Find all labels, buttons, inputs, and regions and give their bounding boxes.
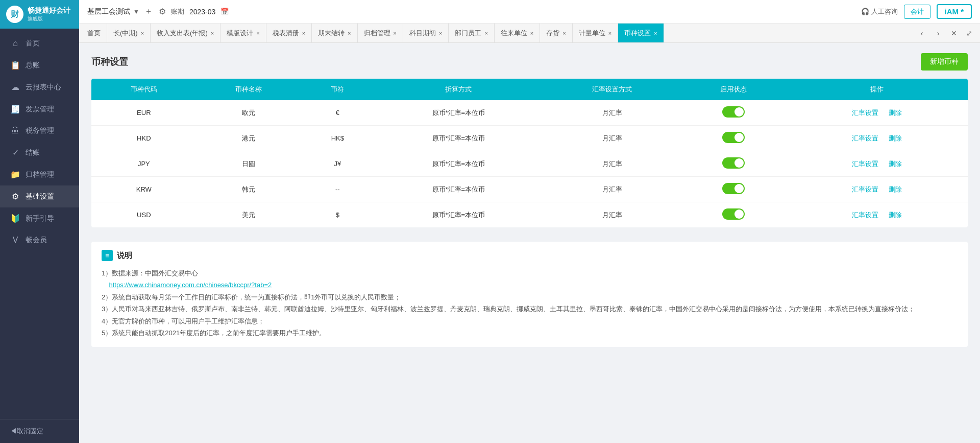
tab-currency[interactable]: 币种设置×	[618, 24, 664, 43]
notice-header: ≡ 说明	[102, 250, 958, 261]
logo-icon: 财	[6, 6, 23, 23]
sidebar-item-home[interactable]: ⌂首页	[0, 33, 79, 54]
tab-home[interactable]: 首页	[81, 24, 107, 43]
delete-link-0[interactable]: 删除	[889, 109, 902, 116]
top-bar: 基层工会测试 ▼ ＋ ⚙ 账期 2023-03 📅 🎧 人工咨询 会计 iAM …	[79, 0, 980, 24]
account-button[interactable]: 会计	[904, 5, 930, 19]
delete-link-2[interactable]: 删除	[889, 160, 902, 168]
company-selector[interactable]: 基层工会测试 ▼	[87, 7, 139, 16]
new-currency-button[interactable]: 新增币种	[921, 53, 968, 71]
tab-income[interactable]: 收入支出表(年报)×	[151, 24, 220, 43]
headset-icon: 🎧	[861, 8, 869, 15]
sidebar-item-archive[interactable]: 📁归档管理	[0, 164, 79, 185]
tab-close-customer[interactable]: ×	[530, 30, 533, 36]
delete-link-3[interactable]: 删除	[889, 185, 902, 193]
reports-icon: ☁	[10, 82, 20, 92]
cell-toggle-0[interactable]	[681, 100, 786, 126]
tab-template[interactable]: 模版设计×	[220, 24, 266, 43]
notice-item-4: 4）无官方牌价的币种，可以用用户手工维护汇率信息；	[102, 315, 958, 327]
tab-prev-btn[interactable]: ‹	[915, 26, 929, 40]
col-header-启用状态: 启用状态	[681, 79, 786, 100]
cell-toggle-1[interactable]	[681, 126, 786, 151]
sidebar-item-close[interactable]: ✓结账	[0, 142, 79, 164]
sidebar-item-invoice[interactable]: 🧾发票管理	[0, 98, 79, 120]
sidebar-toggle[interactable]: ◀取消固定	[0, 419, 79, 443]
notice-item-3: 3）人民币对马来西亚林吉特、俄罗斯卢布、南非兰特、韩元、阿联酋迪拉姆、沙特里亚尔…	[102, 303, 958, 315]
sidebar-item-member[interactable]: V畅会员	[0, 229, 79, 251]
tab-customer[interactable]: 往来单位×	[495, 24, 540, 43]
toggle-switch-0[interactable]	[722, 106, 745, 118]
cell-rate-method-4: 月汇率	[543, 202, 680, 228]
cell-rate-method-3: 月汇率	[543, 177, 680, 202]
tab-label-period: 长(中期)	[113, 29, 138, 38]
toggle-switch-2[interactable]	[722, 157, 745, 169]
window-maximize-btn[interactable]: ⤢	[963, 27, 976, 40]
iam-button[interactable]: iAM *	[937, 4, 972, 19]
tab-label-income: 收入支出表(年报)	[157, 29, 208, 38]
sidebar-item-reports[interactable]: ☁云报表中心	[0, 76, 79, 98]
chevron-down-icon: ▼	[133, 8, 139, 15]
tab-label-customer: 往来单位	[501, 29, 527, 38]
tab-close-dept[interactable]: ×	[484, 30, 487, 36]
tab-close-period_end[interactable]: ×	[348, 30, 351, 36]
delete-link-1[interactable]: 删除	[889, 134, 902, 142]
sidebar-label-tax: 税务管理	[26, 126, 54, 135]
notice-link[interactable]: https://www.chinamoney.com.cn/chinese/bk…	[109, 281, 272, 289]
rate-setting-link-1[interactable]: 汇率设置	[852, 134, 878, 142]
tab-period_end[interactable]: 期末结转×	[312, 24, 357, 43]
sidebar-item-settings[interactable]: ⚙基础设置	[0, 185, 79, 207]
logo-title: 畅捷通好会计	[28, 6, 70, 15]
delete-link-4[interactable]: 删除	[889, 211, 902, 219]
toggle-switch-1[interactable]	[722, 132, 745, 143]
tab-unit[interactable]: 计量单位×	[573, 24, 618, 43]
cell-code-3: KRW	[91, 177, 197, 202]
archive-icon: 📁	[10, 170, 20, 179]
cell-code-2: JPY	[91, 151, 197, 177]
settings-icon: ⚙	[10, 192, 20, 201]
tab-close-unit[interactable]: ×	[608, 30, 611, 36]
sidebar-item-tax[interactable]: 🏛税务管理	[0, 120, 79, 142]
toggle-switch-4[interactable]	[722, 208, 745, 220]
tab-close-template[interactable]: ×	[256, 30, 259, 36]
tab-close-arch[interactable]: ×	[394, 30, 397, 36]
tab-label-arch: 归档管理	[364, 29, 390, 38]
page-title: 币种设置	[91, 56, 128, 68]
content-area: 币种设置 新增币种 币种代码币种名称币符折算方式汇率设置方式启用状态操作 EUR…	[79, 43, 980, 443]
tab-label-currency: 币种设置	[624, 29, 651, 38]
cell-actions-4: 汇率设置 删除	[786, 202, 968, 228]
rate-setting-link-3[interactable]: 汇率设置	[852, 185, 878, 193]
cell-toggle-2[interactable]	[681, 151, 786, 177]
sidebar-item-guide[interactable]: 🔰新手引导	[0, 207, 79, 229]
rate-setting-link-0[interactable]: 汇率设置	[852, 109, 878, 116]
tab-close-all-btn[interactable]: ✕	[947, 27, 961, 40]
calendar-icon[interactable]: 📅	[220, 8, 229, 15]
settings-icon[interactable]: ⚙	[159, 7, 166, 16]
tab-inventory[interactable]: 存货×	[540, 24, 572, 43]
rate-setting-link-2[interactable]: 汇率设置	[852, 160, 878, 168]
tab-next-btn[interactable]: ›	[931, 26, 945, 40]
cell-name-3: 韩元	[197, 177, 302, 202]
tab-arch[interactable]: 归档管理×	[358, 24, 403, 43]
sidebar-label-member: 畅会员	[26, 236, 47, 245]
cell-toggle-3[interactable]	[681, 177, 786, 202]
toggle-switch-3[interactable]	[722, 183, 745, 194]
tab-period[interactable]: 长(中期)×	[107, 24, 151, 43]
tab-subjects[interactable]: 科目期初×	[403, 24, 449, 43]
tab-close-subjects[interactable]: ×	[439, 30, 442, 36]
tab-close-income[interactable]: ×	[211, 30, 214, 36]
tab-dept[interactable]: 部门员工×	[449, 24, 494, 43]
sidebar-item-ledger[interactable]: 📋总账	[0, 54, 79, 76]
cell-toggle-4[interactable]	[681, 202, 786, 228]
tab-window-controls: ‹ › ✕ ⤢	[913, 26, 978, 40]
tab-close-currency[interactable]: ×	[654, 30, 657, 36]
sidebar-label-reports: 云报表中心	[26, 83, 61, 92]
add-icon[interactable]: ＋	[144, 6, 153, 17]
rate-setting-link-4[interactable]: 汇率设置	[852, 211, 878, 219]
tab-close-period[interactable]: ×	[141, 30, 144, 36]
table-row: KRW 韩元 -- 原币*汇率=本位币 月汇率 汇率设置 删除	[91, 177, 968, 202]
tab-close-inventory[interactable]: ×	[562, 30, 566, 36]
cell-calc-0: 原币*汇率=本位币	[374, 100, 543, 126]
customer-service-btn[interactable]: 🎧 人工咨询	[861, 7, 898, 16]
tab-tax_clear[interactable]: 税表清册×	[266, 24, 312, 43]
tab-close-tax_clear[interactable]: ×	[302, 30, 305, 36]
